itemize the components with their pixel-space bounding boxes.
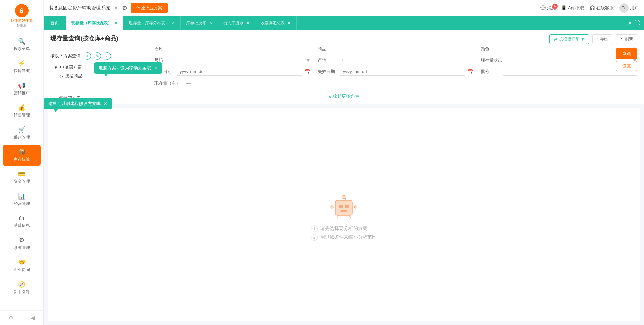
- sidebar-item-inventory-label: 库存核算: [14, 157, 30, 162]
- search-icon: 🔍: [18, 38, 25, 45]
- hint-item-1: 1 请先选择要分析的方案: [311, 225, 367, 232]
- goods-dots[interactable]: ···: [340, 46, 345, 52]
- filter-add-btn[interactable]: +: [84, 52, 91, 60]
- sidebar-nav: 🔍 搜索菜单 ⚡ 快捷导航 📢 营销推广 💰 销售管理 🛒 采购管理 📦 库存核…: [0, 31, 43, 310]
- expire-date-calendar-icon[interactable]: 📅: [467, 69, 474, 75]
- filter-grid-row1: 仓库 ··· 商品 ··· 颜色 ▼: [154, 45, 637, 53]
- filter-panel: 按以下方案查询 + ✎ ← 电脑方案可设为移动方案哦 ✕ ▼ 电脑端方案 ▷: [44, 48, 644, 104]
- search-btn[interactable]: 查询: [616, 48, 637, 59]
- collapse-sidebar-btn[interactable]: ◀: [31, 315, 35, 321]
- tab-home[interactable]: 首页: [44, 16, 66, 30]
- sidebar-item-basic-label: 基础信息: [14, 223, 30, 228]
- sidebar-item-operations[interactable]: 📊 经营管理: [3, 189, 41, 210]
- tab-end-btns: ✕ ⛶: [624, 16, 644, 30]
- color-input[interactable]: [503, 45, 629, 53]
- tab-batch-account[interactable]: 库存批次账 ✕: [181, 16, 218, 30]
- sidebar-item-basic[interactable]: 🗂 基础信息: [3, 211, 41, 232]
- empty-hint: 1 请先选择要分析的方案 2 用过滤条件来缩小分析范围: [311, 225, 377, 241]
- warehouse-dots[interactable]: ···: [177, 46, 181, 52]
- filter-fields: 仓库 ··· 商品 ··· 颜色 ▼: [154, 45, 637, 87]
- sidebar-item-quicknav[interactable]: ⚡ 快捷导航: [3, 56, 41, 77]
- data-area: 1 请先选择要分析的方案 2 用过滤条件来缩小分析范围: [48, 108, 640, 321]
- collapse-chevron: ∧: [328, 94, 332, 99]
- online-service-label: 在线客服: [596, 5, 614, 11]
- sidebar: 6 畅捷通好生意 标准版 🔍 搜索菜单 ⚡ 快捷导航 📢 营销推广 💰 销售管理…: [0, 0, 44, 325]
- industry-btn[interactable]: 体验行业方案: [131, 3, 168, 13]
- system-icon: ⚙: [19, 236, 24, 244]
- filter-back-btn[interactable]: ←: [104, 52, 111, 60]
- tab-close-all-btn[interactable]: ✕: [628, 20, 632, 26]
- sidebar-bottom: ⚙ ◀: [0, 310, 43, 325]
- settings-bottom-btn[interactable]: ⚙: [9, 315, 13, 321]
- color-label: 颜色: [481, 46, 501, 52]
- sidebar-item-search[interactable]: 🔍 搜索菜单: [3, 34, 41, 55]
- filter-produce-date-row: 生产日期 📅: [154, 68, 311, 76]
- sidebar-item-sales-label: 销售管理: [14, 112, 30, 118]
- produce-date-calendar-icon[interactable]: 📅: [304, 69, 311, 75]
- notice-badge: 6: [552, 4, 558, 9]
- tab-summary[interactable]: 收发存汇总表 ✕: [255, 16, 297, 30]
- stock-main-input[interactable]: [197, 79, 257, 87]
- sidebar-item-marketing[interactable]: 📢 营销推广: [3, 78, 41, 99]
- notice-btn[interactable]: 💬 消息 6: [540, 5, 556, 11]
- sidebar-item-search-label: 搜索菜单: [14, 46, 30, 52]
- tab-flow[interactable]: 出入库流水 ✕: [218, 16, 255, 30]
- expire-date-label: 失效日期: [318, 69, 338, 75]
- tooltip-scheme-mobile: 电脑方案可设为移动方案哦 ✕: [94, 62, 162, 74]
- refresh-btn[interactable]: ↻ 刷新: [616, 34, 637, 44]
- tab-inventory-dist-close[interactable]: ✕: [172, 21, 175, 25]
- hint-item-2: 2 用过滤条件来缩小分析范围: [311, 234, 377, 241]
- tooltip2-text: 这里可以创建和修改方案哦: [48, 101, 101, 107]
- collapse-btn[interactable]: ∧ 收起更多条件: [50, 91, 637, 100]
- user-area[interactable]: Ea 用户: [619, 3, 639, 13]
- filter-edit-btn[interactable]: ✎: [94, 52, 101, 60]
- warehouse-input[interactable]: [184, 45, 311, 53]
- logo-subtitle: 标准版: [17, 23, 27, 28]
- sidebar-item-guide[interactable]: 🧭 新手引导: [3, 277, 41, 298]
- search-buttons: 查询 设置: [616, 48, 637, 71]
- svg-rect-0: [335, 200, 352, 215]
- sidebar-item-finance-label: 资金管理: [14, 179, 30, 184]
- tooltip2-close[interactable]: ✕: [103, 101, 107, 106]
- filter-expire-date-row: 失效日期 📅: [318, 68, 474, 76]
- tab-inventory-status[interactable]: 现存量（库存状况表） ✕: [66, 16, 123, 30]
- scheme-goods-label: 按搜商品: [65, 73, 83, 79]
- app-download-btn[interactable]: 📱 App下载: [561, 5, 584, 11]
- empty-icon: [327, 188, 361, 222]
- sidebar-item-system-label: 系统管理: [14, 245, 30, 251]
- online-service-btn[interactable]: 🎧 在线客服: [590, 5, 614, 11]
- sidebar-item-purchase[interactable]: 🛒 采购管理: [3, 123, 41, 144]
- sidebar-item-inventory[interactable]: 📦 库存核算: [3, 145, 41, 166]
- svg-rect-2: [345, 205, 349, 208]
- tab-inventory-dist[interactable]: 现存量（库存分布表） ✕: [123, 16, 181, 30]
- topbar-left: 装备及固定资产辅助管理系统 ▼ ⚙ 体验行业方案: [49, 3, 168, 13]
- produce-date-input[interactable]: [177, 68, 302, 76]
- tab-maximize-btn[interactable]: ⛶: [635, 20, 640, 26]
- export-btn[interactable]: ↑ 导出: [592, 34, 612, 44]
- tab-summary-close[interactable]: ✕: [287, 21, 291, 25]
- sidebar-item-system[interactable]: ⚙ 系统管理: [3, 233, 41, 254]
- goods-input[interactable]: [347, 45, 474, 53]
- settings-icon[interactable]: ⚙: [122, 4, 127, 12]
- quicknav-icon: ⚡: [18, 60, 25, 67]
- system-dropdown-icon[interactable]: ▼: [113, 5, 119, 11]
- filter-settings-btn[interactable]: 设置: [616, 61, 637, 71]
- sidebar-item-guide-label: 新手引导: [14, 289, 30, 295]
- basic-icon: 🗂: [19, 215, 25, 222]
- scheme-pc-expand: ▼: [54, 65, 58, 70]
- enterprise-icon: 🤝: [18, 259, 25, 266]
- tab-batch-account-close[interactable]: ✕: [209, 21, 212, 25]
- svg-point-6: [354, 206, 357, 208]
- tooltip1-close[interactable]: ✕: [154, 65, 158, 71]
- template-print-btn[interactable]: 🖨 按模板打印 ▼: [549, 34, 589, 44]
- system-name: 装备及固定资产辅助管理系统: [49, 5, 110, 11]
- sidebar-item-enterprise[interactable]: 🤝 企业协同: [3, 255, 41, 276]
- tab-batch-account-label: 库存批次账: [186, 20, 206, 26]
- sidebar-item-sales[interactable]: 💰 销售管理: [3, 101, 41, 121]
- sidebar-item-enterprise-label: 企业协同: [14, 267, 30, 273]
- expire-date-input[interactable]: [340, 68, 465, 76]
- tab-flow-close[interactable]: ✕: [246, 21, 250, 25]
- tab-inventory-dist-label: 现存量（库存分布表）: [129, 20, 169, 26]
- tab-inventory-status-close[interactable]: ✕: [114, 21, 118, 25]
- sidebar-item-finance[interactable]: 💳 资金管理: [3, 167, 41, 188]
